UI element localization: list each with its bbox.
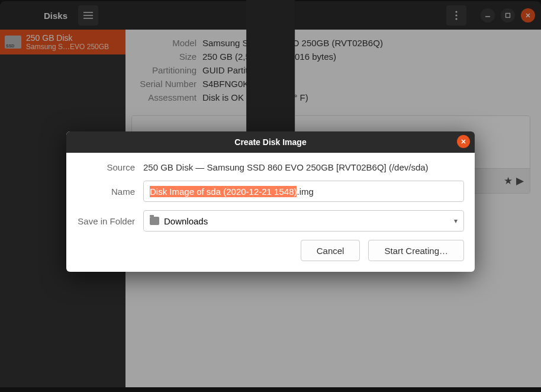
name-input[interactable]: Disk Image of sda (2020-12-21 1548).img	[143, 181, 464, 202]
dialog-close-button[interactable]	[457, 135, 470, 148]
value-source: 250 GB Disk — Samsung SSD 860 EVO 250GB …	[143, 162, 464, 172]
cancel-button[interactable]: Cancel	[301, 240, 360, 261]
chevron-down-icon: ▾	[454, 217, 458, 225]
dialog-header: Create Disk Image	[66, 131, 475, 153]
label-source: Source	[77, 162, 143, 172]
create-disk-image-dialog: Create Disk Image Source 250 GB Disk — S…	[66, 131, 475, 272]
start-creating-button[interactable]: Start Creating…	[368, 240, 464, 261]
label-save-folder: Save in Folder	[77, 216, 143, 226]
folder-icon	[150, 217, 159, 225]
folder-select[interactable]: Downloads ▾	[143, 210, 464, 232]
label-name: Name	[77, 187, 143, 197]
name-input-selection: Disk Image of sda (2020-12-21 1548)	[150, 186, 297, 197]
name-input-extension: .img	[297, 187, 313, 197]
dialog-title: Create Disk Image	[234, 137, 306, 147]
modal-overlay: Create Disk Image Source 250 GB Disk — S…	[0, 0, 541, 392]
folder-select-value: Downloads	[164, 216, 208, 226]
